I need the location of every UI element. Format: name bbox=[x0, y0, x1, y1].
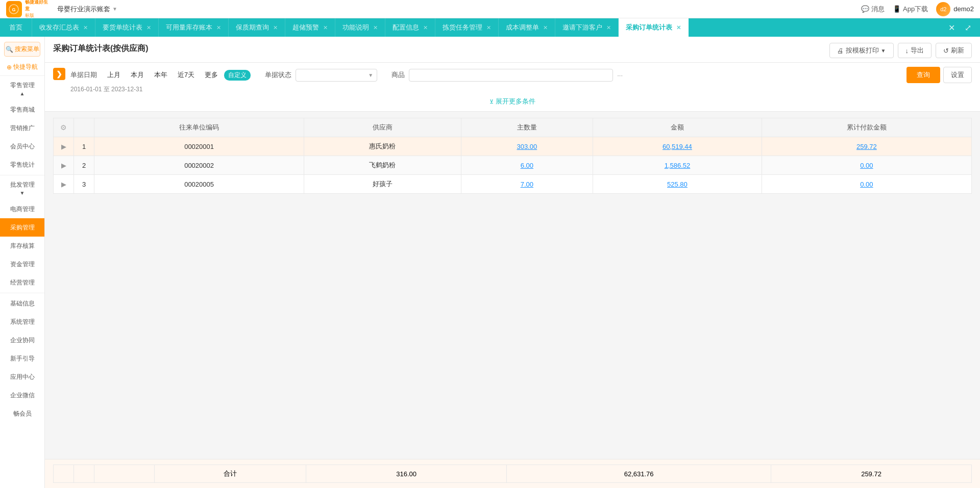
sidebar-item-system[interactable]: 系统管理 bbox=[0, 313, 44, 331]
sidebar-item-member-center[interactable]: 会员中心 bbox=[0, 137, 44, 156]
tab-expiry-query[interactable]: 保质期查询 ✕ bbox=[229, 18, 285, 37]
close-icon[interactable]: ✕ bbox=[373, 24, 378, 31]
logo-text: 畅捷通好生意 标版 bbox=[25, 0, 51, 19]
sidebar-item-ecommerce[interactable]: 电商管理 bbox=[0, 200, 44, 218]
filter-area: ❯ 单据日期 上月 本月 本年 近7天 更多 自定义 单据状 bbox=[45, 63, 980, 112]
row-num-cell: 3 bbox=[74, 175, 94, 194]
sidebar-item-app-center[interactable]: 应用中心 bbox=[0, 368, 44, 386]
table-row: ▶ 3 00020005 好孩子 7.00 525.80 0.00 bbox=[54, 175, 972, 194]
date-btn-last-month[interactable]: 上月 bbox=[103, 69, 125, 81]
sidebar-item-retail-mgmt[interactable]: 零售管理 ▲ bbox=[0, 77, 44, 100]
close-icon[interactable]: ✕ bbox=[83, 24, 88, 31]
paid-cell[interactable]: 0.00 bbox=[762, 156, 971, 175]
qty-cell[interactable]: 303.00 bbox=[461, 137, 593, 156]
goods-more-btn[interactable]: ··· bbox=[617, 71, 623, 79]
column-settings-icon[interactable]: ⚙ bbox=[60, 123, 67, 132]
row-expand-cell[interactable]: ▶ bbox=[54, 156, 74, 175]
expand-conditions-btn[interactable]: ⊻ 展开更多条件 bbox=[53, 94, 972, 107]
col-rownum-header bbox=[74, 118, 94, 137]
tab-function-guide[interactable]: 功能说明 ✕ bbox=[335, 18, 385, 37]
user-profile[interactable]: d2 demo2 bbox=[936, 2, 974, 16]
goods-input[interactable] bbox=[409, 69, 613, 82]
row-expand-cell[interactable]: ▶ bbox=[54, 137, 74, 156]
status-select[interactable] bbox=[296, 69, 377, 82]
close-icon[interactable]: ✕ bbox=[676, 24, 681, 31]
close-icon[interactable]: ✕ bbox=[146, 24, 151, 31]
sidebar-item-marketing[interactable]: 营销推广 bbox=[0, 119, 44, 137]
amount-cell[interactable]: 525.80 bbox=[593, 175, 762, 194]
sidebar-item-purchase[interactable]: 采购管理 bbox=[0, 218, 44, 237]
close-icon[interactable]: ✕ bbox=[486, 24, 491, 31]
close-icon[interactable]: ✕ bbox=[273, 24, 278, 31]
sidebar-item-operations[interactable]: 经营管理 bbox=[0, 273, 44, 292]
tab-invite-downstream[interactable]: 邀请下游客户 ✕ bbox=[555, 18, 619, 37]
tab-purchase-summary[interactable]: 采购订单统计表 ✕ bbox=[619, 18, 689, 37]
sidebar-item-wholesale[interactable]: 批发管理 ▼ bbox=[0, 176, 44, 200]
col-unitcode-header: 往来单位编码 bbox=[94, 118, 304, 137]
sidebar-item-finance[interactable]: 资金管理 bbox=[0, 255, 44, 273]
close-icon[interactable]: ✕ bbox=[323, 24, 328, 31]
supplier-cell: 飞鹤奶粉 bbox=[304, 156, 461, 175]
svg-text:G: G bbox=[12, 7, 16, 12]
sidebar-divider-3 bbox=[0, 293, 44, 293]
date-btn-this-month[interactable]: 本月 bbox=[127, 69, 148, 81]
sidebar-item-basic-info[interactable]: 基础信息 bbox=[0, 294, 44, 313]
amount-cell[interactable]: 1,586.52 bbox=[593, 156, 762, 175]
search-menu-btn[interactable]: 🔍 搜索菜单 bbox=[4, 42, 40, 57]
paid-cell[interactable]: 0.00 bbox=[762, 175, 971, 194]
sidebar-item-enterprise-wechat[interactable]: 企业微信 bbox=[0, 386, 44, 404]
tab-config-info[interactable]: 配置信息 ✕ bbox=[385, 18, 435, 37]
date-custom-badge[interactable]: 自定义 bbox=[224, 70, 251, 81]
search-icon: 🔍 bbox=[6, 46, 13, 53]
table-row: ▶ 2 00020002 飞鹤奶粉 6.00 1,586.52 0.00 bbox=[54, 156, 972, 175]
tab-usable-stock[interactable]: 可用量库存账本 ✕ bbox=[159, 18, 229, 37]
maximize-icon[interactable]: ⤢ bbox=[962, 21, 974, 34]
close-icon[interactable]: ✕ bbox=[423, 24, 428, 31]
tab-overstock-warning[interactable]: 超储预警 ✕ bbox=[285, 18, 335, 37]
qty-cell[interactable]: 7.00 bbox=[461, 175, 593, 194]
tab-cost-adjust[interactable]: 成本调整单 ✕ bbox=[499, 18, 555, 37]
app-download-btn[interactable]: 📱 App下载 bbox=[893, 5, 928, 14]
row-num-cell: 2 bbox=[74, 156, 94, 175]
export-btn[interactable]: ↓ 导出 bbox=[898, 43, 932, 58]
sidebar-item-new-guide[interactable]: 新手引导 bbox=[0, 349, 44, 368]
message-btn[interactable]: 💬 消息 bbox=[861, 5, 885, 14]
tab-order-summary[interactable]: 要货单统计表 ✕ bbox=[95, 18, 159, 37]
workspace-name: 母婴行业演示账套 bbox=[57, 5, 110, 14]
quick-nav-btn[interactable]: ⊕ 快捷导航 bbox=[0, 60, 44, 74]
workspace-dropdown-icon: ▼ bbox=[112, 6, 117, 12]
sidebar-item-inventory[interactable]: 库存核算 bbox=[0, 237, 44, 255]
sidebar-item-member-vip[interactable]: 畅会员 bbox=[0, 404, 44, 423]
qty-cell[interactable]: 6.00 bbox=[461, 156, 593, 175]
footer-amount: 62,631.76 bbox=[507, 465, 771, 483]
sidebar-item-retail-stats[interactable]: 零售统计 bbox=[0, 156, 44, 174]
sidebar-item-retail-store[interactable]: 零售商城 bbox=[0, 100, 44, 119]
amount-cell[interactable]: 60,519.44 bbox=[593, 137, 762, 156]
refresh-btn[interactable]: ↺ 刷新 bbox=[936, 43, 972, 58]
export-icon: ↓ bbox=[905, 47, 909, 55]
status-filter-group: 单据状态 ▼ bbox=[265, 69, 377, 82]
print-btn[interactable]: 🖨 按模板打印 ▼ bbox=[829, 43, 894, 58]
date-btn-this-year[interactable]: 本年 bbox=[150, 69, 172, 81]
date-btn-more[interactable]: 更多 bbox=[201, 69, 222, 81]
tab-home[interactable]: 首页 bbox=[0, 18, 32, 37]
workspace-selector[interactable]: 母婴行业演示账套 ▼ bbox=[51, 5, 124, 14]
tab-receive-summary[interactable]: 收发存汇总表 ✕ bbox=[32, 18, 95, 37]
footer-paid: 259.72 bbox=[771, 465, 972, 483]
date-btn-7days[interactable]: 近7天 bbox=[174, 69, 199, 81]
footer-table: 合计 316.00 62,631.76 259.72 bbox=[53, 465, 972, 483]
close-window-icon[interactable]: ✕ bbox=[945, 21, 958, 34]
row-expand-cell[interactable]: ▶ bbox=[54, 175, 74, 194]
sidebar-item-enterprise-coop[interactable]: 企业协同 bbox=[0, 331, 44, 349]
close-icon[interactable]: ✕ bbox=[543, 24, 548, 31]
query-btn[interactable]: 查询 bbox=[906, 67, 940, 83]
filter-toggle-btn[interactable]: ❯ bbox=[53, 68, 65, 80]
tab-pick-task[interactable]: 拣货任务管理 ✕ bbox=[435, 18, 499, 37]
close-icon[interactable]: ✕ bbox=[216, 24, 221, 31]
top-right-actions: 💬 消息 📱 App下载 d2 demo2 bbox=[861, 2, 974, 16]
paid-cell[interactable]: 259.72 bbox=[762, 137, 971, 156]
print-dropdown-icon: ▼ bbox=[881, 48, 886, 54]
settings-btn[interactable]: 设置 bbox=[943, 67, 972, 83]
filter-inner: 单据日期 上月 本月 本年 近7天 更多 自定义 单据状态 bbox=[70, 67, 972, 94]
close-icon[interactable]: ✕ bbox=[606, 24, 611, 31]
